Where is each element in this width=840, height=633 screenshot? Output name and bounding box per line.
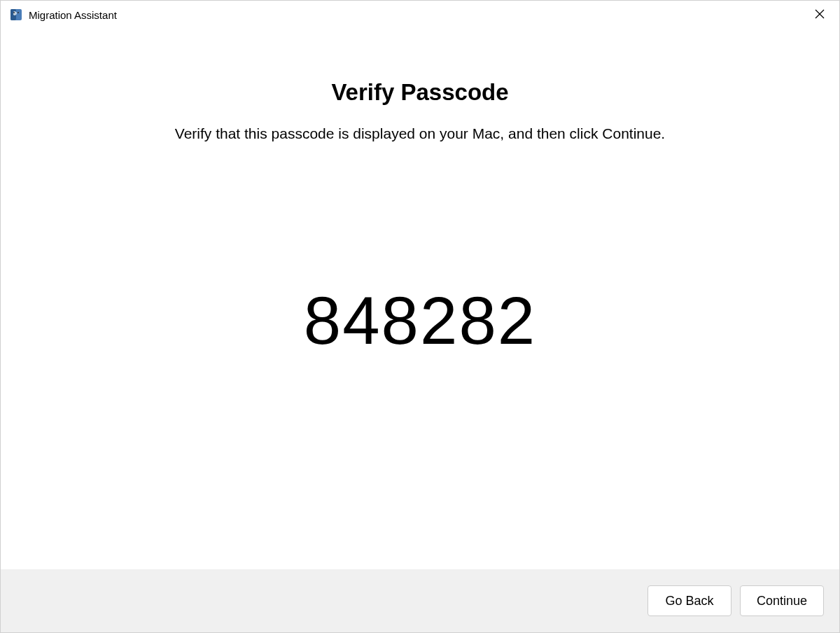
titlebar: Migration Assistant bbox=[1, 1, 839, 29]
page-heading: Verify Passcode bbox=[331, 79, 508, 106]
go-back-button[interactable]: Go Back bbox=[648, 585, 732, 616]
instruction-text: Verify that this passcode is displayed o… bbox=[175, 125, 665, 142]
titlebar-right bbox=[808, 4, 831, 26]
continue-button[interactable]: Continue bbox=[740, 585, 824, 616]
app-icon bbox=[9, 8, 23, 22]
close-icon bbox=[814, 8, 825, 22]
passcode-display: 848282 bbox=[304, 282, 536, 359]
svg-point-3 bbox=[18, 12, 19, 13]
app-title: Migration Assistant bbox=[29, 9, 117, 21]
titlebar-left: Migration Assistant bbox=[9, 8, 117, 22]
content-area: Verify Passcode Verify that this passcod… bbox=[1, 29, 839, 569]
footer-bar: Go Back Continue bbox=[1, 569, 839, 632]
migration-assistant-window: Migration Assistant Verify Passcode Veri… bbox=[0, 0, 840, 633]
svg-point-2 bbox=[13, 12, 15, 13]
close-button[interactable] bbox=[808, 4, 831, 26]
